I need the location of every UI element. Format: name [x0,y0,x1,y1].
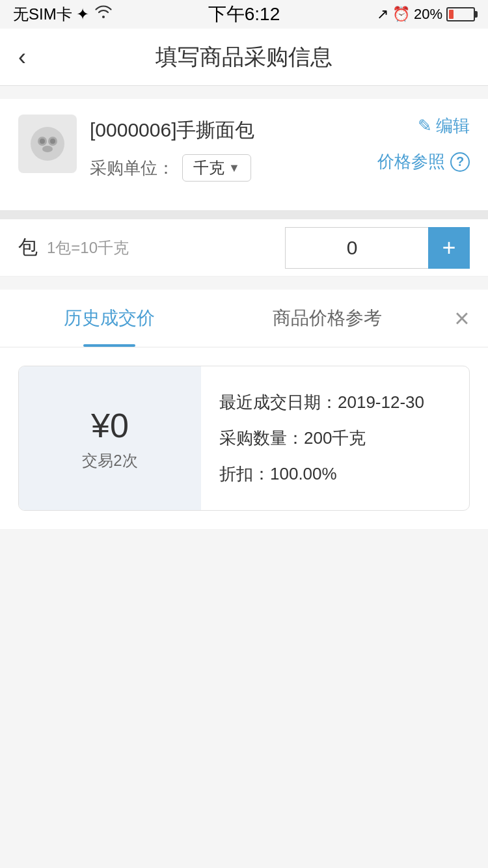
price-transaction-count: 交易2次 [82,450,137,471]
separator [0,210,488,219]
product-info: [0000006]手撕面包 采购单位： 千克 ▼ [90,115,254,182]
wifi-icon [94,5,113,23]
unit-selector[interactable]: 千克 ▼ [182,154,251,182]
status-time: 下午6:12 [208,2,280,27]
unit-value: 千克 [193,157,224,178]
price-card-right: 最近成交日期：2019-12-30 采购数量：200千克 折扣：100.00% [201,366,469,510]
page-title: 填写商品采购信息 [156,42,332,72]
product-header: [0000006]手撕面包 采购单位： 千克 ▼ ✎ 编辑 价格参照 ? [18,115,470,182]
quantity-input[interactable] [285,227,428,269]
svg-point-4 [50,139,55,144]
quantity-value: 200千克 [304,428,366,448]
price-card: ¥0 交易2次 最近成交日期：2019-12-30 采购数量：200千克 折扣：… [18,366,470,511]
price-card-left: ¥0 交易2次 [19,366,201,510]
price-ref-link[interactable]: 价格参照 [377,150,445,173]
unit-conversion: 1包=10千克 [47,237,129,258]
unit-badge: 包 [18,234,38,261]
product-name: [0000006]手撕面包 [90,117,254,144]
battery-pct: 20% [414,6,442,23]
price-content: ¥0 交易2次 最近成交日期：2019-12-30 采购数量：200千克 折扣：… [0,347,488,529]
edit-icon: ✎ [418,116,432,136]
recent-date-label: 最近成交日期： [219,392,338,412]
tab-history-price[interactable]: 历史成交价 [0,290,218,347]
tab-bar: 历史成交价 商品价格参考 × [0,290,488,347]
unit-label: 采购单位： [90,157,174,180]
quantity-input-group: + [285,227,470,269]
product-right: ✎ 编辑 价格参照 ? [377,115,470,173]
price-amount: ¥0 [91,406,129,445]
product-thumbnail [18,115,77,173]
status-bar: 无SIM卡 ✦ 下午6:12 ↗ ⏰ 20% [0,0,488,29]
quantity-line: 采购数量：200千克 [219,426,451,451]
svg-point-0 [31,127,64,161]
tab-history-label: 历史成交价 [64,306,155,331]
tab-price-ref[interactable]: 商品价格参考 [218,290,436,347]
location-icon: ↗ [377,6,388,23]
nav-bar: ‹ 填写商品采购信息 [0,29,488,86]
discount-line: 折扣：100.00% [219,461,451,487]
quantity-label: 采购数量： [219,428,304,448]
product-card: [0000006]手撕面包 采购单位： 千克 ▼ ✎ 编辑 价格参照 ? [0,99,488,210]
tab-price-ref-label: 商品价格参考 [273,306,382,331]
carrier-text: 无SIM卡 ✦ [13,4,89,25]
edit-label: 编辑 [436,115,470,137]
status-right: ↗ ⏰ 20% [377,6,475,23]
help-button[interactable]: ? [450,152,470,172]
recent-date-line: 最近成交日期：2019-12-30 [219,390,451,415]
discount-label: 折扣： [219,464,270,483]
svg-point-3 [40,139,45,144]
recent-date-value: 2019-12-30 [338,392,424,412]
discount-value: 100.00% [270,464,337,483]
tab-close-button[interactable]: × [436,290,488,347]
edit-button[interactable]: ✎ 编辑 [418,115,470,137]
quantity-row: 包 1包=10千克 + [0,219,488,277]
svg-point-5 [42,146,53,152]
product-unit-row: 采购单位： 千克 ▼ [90,154,254,182]
alarm-icon: ⏰ [392,6,410,23]
battery-icon [446,7,475,21]
price-ref-row: 价格参照 ? [377,150,470,173]
product-left: [0000006]手撕面包 采购单位： 千克 ▼ [18,115,254,182]
quantity-plus-button[interactable]: + [428,227,470,269]
main-content: 历史成交价 商品价格参考 × ¥0 交易2次 最近成交日期：2019-12-30… [0,290,488,680]
status-left: 无SIM卡 ✦ [13,4,113,25]
unit-dropdown-icon: ▼ [228,161,240,175]
back-button[interactable]: ‹ [18,44,26,71]
quantity-label-group: 包 1包=10千克 [18,234,129,261]
